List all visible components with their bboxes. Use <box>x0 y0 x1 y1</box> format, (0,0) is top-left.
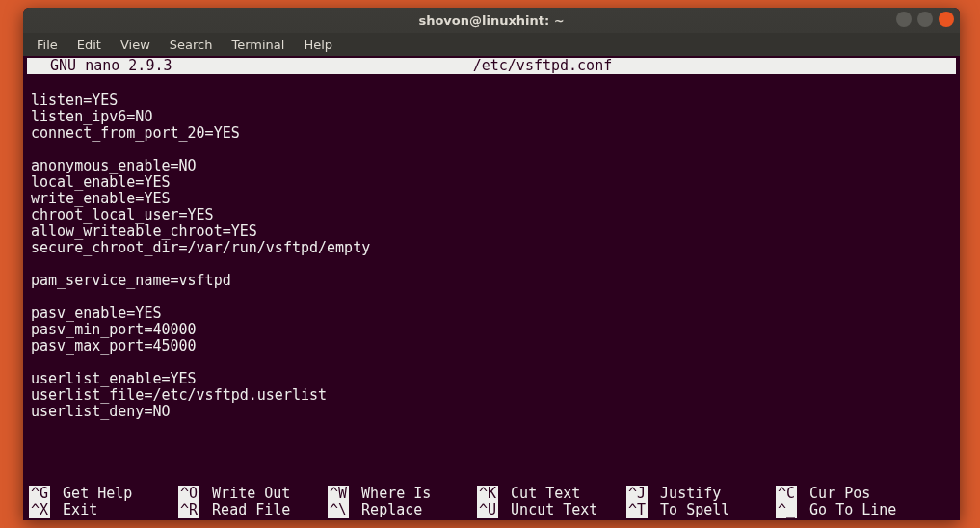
shortcut-key: ^J <box>626 486 648 502</box>
shortcut-label: Get Help <box>54 486 132 502</box>
shortcut-label: Read File <box>203 502 290 518</box>
menu-edit[interactable]: Edit <box>69 36 109 54</box>
menu-terminal[interactable]: Terminal <box>224 36 292 54</box>
shortcut-key: ^R <box>178 502 199 518</box>
shortcut-label: Cur Pos <box>801 486 870 502</box>
shortcut-key: ^O <box>178 486 199 502</box>
config-line: userlist_enable=YES <box>31 371 952 387</box>
window-controls <box>896 12 954 27</box>
titlebar[interactable]: shovon@linuxhint: ~ <box>23 8 960 33</box>
shortcut-cell: ^T To Spell <box>626 502 776 518</box>
config-line: write_enable=YES <box>31 191 952 207</box>
config-line: connect_from_port_20=YES <box>31 125 952 142</box>
config-line: secure_chroot_dir=/var/run/vsftpd/empty <box>31 240 952 256</box>
shortcut-cell: ^X Exit <box>29 502 178 518</box>
shortcut-row-1: ^G Get Help^O Write Out^W Where Is^K Cut… <box>29 486 954 502</box>
terminal-window: shovon@linuxhint: ~ File Edit View Searc… <box>23 8 960 520</box>
shortcut-key: ^U <box>477 502 498 518</box>
shortcut-label: Uncut Text <box>502 502 597 518</box>
shortcut-label: Write Out <box>203 486 290 502</box>
shortcut-cell: ^O Write Out <box>178 486 328 502</box>
menu-search[interactable]: Search <box>162 36 221 54</box>
nano-filename: /etc/vsftpd.conf <box>473 58 956 74</box>
shortcut-key: ^K <box>477 486 498 502</box>
config-line: listen=YES <box>31 92 952 109</box>
shortcut-label: Exit <box>54 502 97 518</box>
config-line: allow_writeable_chroot=YES <box>31 224 952 240</box>
shortcut-cell: ^\ Replace <box>328 502 477 518</box>
config-line: pasv_max_port=45000 <box>31 338 952 355</box>
config-line <box>31 355 952 371</box>
shortcut-cell: ^K Cut Text <box>477 486 626 502</box>
config-line <box>31 76 952 92</box>
menubar: File Edit View Search Terminal Help <box>23 33 960 56</box>
shortcut-label: To Spell <box>651 502 729 518</box>
config-line: local_enable=YES <box>31 174 952 191</box>
window-title: shovon@linuxhint: ~ <box>418 13 564 28</box>
nano-shortcuts: ^G Get Help^O Write Out^W Where Is^K Cut… <box>27 486 956 520</box>
config-line: userlist_deny=NO <box>31 404 952 420</box>
shortcut-cell: ^U Uncut Text <box>477 502 626 518</box>
menu-help[interactable]: Help <box>296 36 340 54</box>
shortcut-cell: ^C Cur Pos <box>776 486 925 502</box>
nano-header: GNU nano 2.9.3 /etc/vsftpd.conf <box>27 58 956 74</box>
nano-version: GNU nano 2.9.3 <box>27 58 473 74</box>
close-icon[interactable] <box>939 12 954 27</box>
minimize-icon[interactable] <box>896 12 912 27</box>
config-line <box>31 420 952 436</box>
config-line: chroot_local_user=YES <box>31 207 952 224</box>
menu-file[interactable]: File <box>29 36 66 54</box>
terminal-area[interactable]: GNU nano 2.9.3 /etc/vsftpd.conf listen=Y… <box>23 56 960 520</box>
nano-body[interactable]: listen=YESlisten_ipv6=NOconnect_from_por… <box>27 74 956 486</box>
shortcut-cell: ^W Where Is <box>328 486 477 502</box>
shortcut-key: ^W <box>328 486 349 502</box>
shortcut-label: Where Is <box>353 486 431 502</box>
shortcut-label: Replace <box>353 502 422 518</box>
config-line <box>31 289 952 305</box>
shortcut-key: ^C <box>776 486 797 502</box>
shortcut-label: Cut Text <box>502 486 580 502</box>
config-line: userlist_file=/etc/vsftpd.userlist <box>31 387 952 404</box>
shortcut-key: ^\ <box>328 502 349 518</box>
config-line: pasv_enable=YES <box>31 305 952 322</box>
config-line: anonymous_enable=NO <box>31 158 952 174</box>
menu-view[interactable]: View <box>113 36 158 54</box>
shortcut-cell: ^J Justify <box>626 486 776 502</box>
shortcut-cell: ^G Get Help <box>29 486 178 502</box>
shortcut-cell: ^_ Go To Line <box>776 502 925 518</box>
config-line: pam_service_name=vsftpd <box>31 273 952 289</box>
shortcut-cell: ^R Read File <box>178 502 328 518</box>
shortcut-label: Go To Line <box>801 502 896 518</box>
config-line: listen_ipv6=NO <box>31 109 952 125</box>
config-line <box>31 256 952 273</box>
shortcut-key: ^G <box>29 486 50 502</box>
config-line <box>31 142 952 158</box>
shortcut-label: Justify <box>651 486 721 502</box>
config-line: pasv_min_port=40000 <box>31 322 952 338</box>
shortcut-row-2: ^X Exit^R Read File^\ Replace^U Uncut Te… <box>29 502 954 518</box>
shortcut-key: ^_ <box>776 502 797 518</box>
shortcut-key: ^T <box>626 502 648 518</box>
maximize-icon[interactable] <box>917 12 933 27</box>
shortcut-key: ^X <box>29 502 50 518</box>
